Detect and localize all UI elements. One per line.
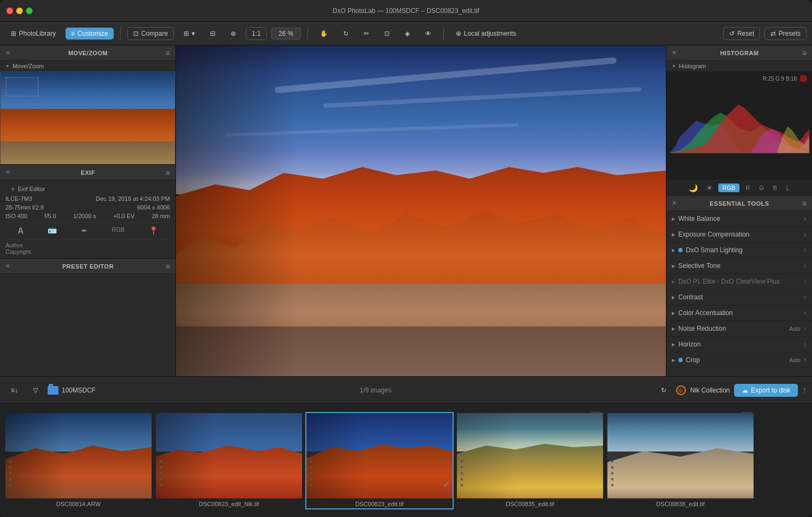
sort-icon: ≡↓ <box>11 387 18 394</box>
tool-contrast[interactable]: ▶ Contrast ↑ <box>666 290 812 305</box>
filmstrip-right-controls: ↻ ◎ Nik Collection ☁ Export to disk ↑ <box>656 384 807 397</box>
histogram-menu-icon[interactable]: ≡ <box>802 49 807 57</box>
location-icon-btn[interactable]: 📍 <box>149 226 158 236</box>
tool-horizon[interactable]: ▶ Horizon ↑ <box>666 337 812 352</box>
essential-tools-header: ✕ ESSENTIAL TOOLS ≡ <box>666 196 812 211</box>
shadow-left <box>176 45 298 376</box>
nik-collection-button[interactable]: Nik Collection <box>690 387 730 394</box>
left-panel: ✕ MOVE/ZOOM ≡ ▼ Move/Zoom ✕ EXIF <box>0 45 176 376</box>
filmstrip-thumb-4: ★ ★ ★ ★ ★ <box>457 413 603 499</box>
filmstrip-item-4[interactable]: ⊟ ★ ★ ★ ★ ★ DSC00835_edit.tif <box>457 413 603 508</box>
star-1: ★ <box>610 459 614 464</box>
tool-smart-lighting[interactable]: ▶ DxO Smart Lighting ↑ <box>666 243 812 258</box>
preset-close[interactable]: ✕ <box>5 263 10 270</box>
customize-button[interactable]: ≡ Customize <box>66 28 114 40</box>
hand-tool-button[interactable]: ✋ <box>315 28 333 40</box>
minimize-button[interactable] <box>16 8 23 14</box>
rect-tool-button[interactable]: ⊡ <box>379 28 395 40</box>
exif-menu-icon[interactable]: ≡ <box>166 168 170 177</box>
move-zoom-menu-icon[interactable]: ≡ <box>166 49 170 57</box>
zoom-level-button[interactable]: 1:1 <box>246 27 267 40</box>
star-1: ★ <box>309 459 313 464</box>
presets-button[interactable]: ⇄ Presets <box>764 27 807 40</box>
pen-tool-button[interactable]: ✏ <box>358 28 375 40</box>
window-controls[interactable] <box>6 8 32 14</box>
rotate-tool-button[interactable]: ↻ <box>338 28 354 40</box>
photo-library-button[interactable]: ⊞ PhotoLibrary <box>5 28 61 40</box>
exif-section: ▼ Exif Editor <box>5 184 170 194</box>
pen-icon-btn[interactable]: ✒ <box>81 226 88 236</box>
reset-icon: ↺ <box>729 30 735 37</box>
star-2: ★ <box>159 464 163 470</box>
sun-icon[interactable]: ☀ <box>703 182 716 193</box>
export-to-disk-button[interactable]: ☁ Export to disk <box>734 384 798 397</box>
local-adjustments-button[interactable]: ⊕ Local adjustments <box>450 28 522 40</box>
blue-channel-button[interactable]: B <box>770 184 780 192</box>
crosshair-button[interactable]: ⊕ <box>225 28 241 40</box>
exif-section-label: Exif Editor <box>18 186 45 192</box>
exif-resolution: 6004 x 4006 <box>137 204 170 211</box>
sort-button[interactable]: ≡↓ <box>5 384 23 396</box>
close-button[interactable] <box>6 8 13 14</box>
grid-icon: ⊞ <box>11 30 16 37</box>
luminance-channel-button[interactable]: L <box>783 184 793 192</box>
exif-panel: ✕ EXIF ≡ ▼ Exif Editor ILCE-7M3 Dec 19, … <box>0 165 175 258</box>
tool-triangle-8: ▶ <box>672 326 675 331</box>
main-image <box>176 45 666 376</box>
filmstrip-item-5[interactable]: ⊟ ★ ★ ★ ★ ★ DSC00838_edit.tif <box>607 413 754 508</box>
rect-icon: ⊡ <box>384 30 390 37</box>
preset-editor-menu-icon[interactable]: ≡ <box>166 262 170 271</box>
tool-white-balance[interactable]: ▶ White Balance ↑ <box>666 211 812 227</box>
id-card-icon-btn[interactable]: 🪪 <box>48 226 57 236</box>
tool-exposure[interactable]: ▶ Exposure Compensation ↑ <box>666 227 812 243</box>
main-layout: ✕ MOVE/ZOOM ≡ ▼ Move/Zoom ✕ EXIF <box>0 45 812 376</box>
filmstrip-label-3: DSC00823_edit.tif <box>306 499 453 508</box>
move-zoom-triangle: ▼ <box>5 64 10 69</box>
exif-header: ✕ EXIF ≡ <box>0 165 175 180</box>
pen-icon: ✏ <box>364 30 369 37</box>
thumb4-shadow <box>457 413 603 499</box>
filmstrip-bar: ≡↓ ▽ 100MSDCF 1/9 images ↻ ◎ Nik Collect… <box>0 376 812 403</box>
filmstrip-item-1[interactable]: ★ ★ ★ ★ ★ DSC00814.ARW <box>5 413 152 508</box>
zoom-button[interactable]: ⊟ <box>205 28 221 40</box>
star-4: ★ <box>159 476 163 482</box>
star-2: ★ <box>610 464 614 470</box>
tool-selective-tone[interactable]: ▶ Selective Tone ↑ <box>666 258 812 274</box>
thumb4-stars: ★ ★ ★ ★ ★ <box>460 459 464 488</box>
maximize-button[interactable] <box>26 8 32 14</box>
move-zoom-close[interactable]: ✕ <box>5 49 10 56</box>
filmstrip-item-3[interactable]: ⊟ ★ ★ ★ ★ ★ ✓ DSC00823_edit.tif <box>306 413 453 508</box>
star-1: ★ <box>460 459 464 464</box>
tool-clearview[interactable]: ▶ DxO PL Elite - DxO ClearView Plus ↑ <box>666 274 812 290</box>
filter-button[interactable]: ▽ <box>28 384 43 396</box>
histogram-close[interactable]: ✕ <box>672 49 677 56</box>
view-mode-button[interactable]: ⊞ ▾ <box>178 28 200 40</box>
tool-noise-reduction[interactable]: ▶ Noise Reduction Auto ↑ <box>666 321 812 337</box>
essential-tools-close[interactable]: ✕ <box>672 200 677 207</box>
moon-icon[interactable]: 🌙 <box>686 182 700 193</box>
tool-crop[interactable]: ▶ Crop Auto ↑ <box>666 352 812 368</box>
move-zoom-panel: ✕ MOVE/ZOOM ≡ ▼ Move/Zoom <box>0 45 175 165</box>
stamp-tool-button[interactable]: ◈ <box>400 28 415 40</box>
filmstrip-item-2[interactable]: ★ ★ ★ ★ ★ DSC00823_edit_Nik.tif <box>156 413 302 508</box>
histogram-controls: 🌙 ☀ RGB R G B L <box>666 180 812 196</box>
exif-close[interactable]: ✕ <box>5 169 10 176</box>
stamp-icon: ◈ <box>405 30 410 37</box>
zoom-icon: ⊟ <box>210 30 215 37</box>
rgb-channel-button[interactable]: RGB <box>718 184 740 192</box>
compare-button[interactable]: ⊡ Compare <box>127 27 174 40</box>
eye-tool-button[interactable]: 👁 <box>420 28 437 40</box>
thumb-viewport-box <box>6 77 38 96</box>
green-channel-button[interactable]: G <box>756 184 767 192</box>
zoom-percent-display[interactable]: 26 % <box>271 28 301 40</box>
filmstrip-refresh-button[interactable]: ↻ <box>656 384 672 396</box>
share-button[interactable]: ↑ <box>802 385 807 395</box>
reset-button[interactable]: ↺ Reset <box>723 27 760 40</box>
text-icon-btn[interactable]: A <box>17 226 24 236</box>
move-zoom-thumbnail[interactable] <box>0 71 175 165</box>
essential-tools-menu-icon[interactable]: ≡ <box>802 199 807 208</box>
red-channel-button[interactable]: R <box>742 184 753 192</box>
rgb-label-btn[interactable]: RGB <box>112 226 125 236</box>
tool-color-accentuation[interactable]: ▶ Color Accentuation ↑ <box>666 305 812 321</box>
thumb2-shadow <box>156 413 302 499</box>
